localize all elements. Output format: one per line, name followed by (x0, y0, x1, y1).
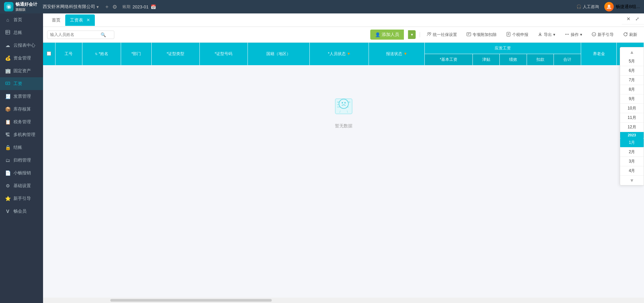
add-icon[interactable]: ＋ (104, 3, 110, 10)
search-box[interactable]: 🔍 (47, 31, 114, 39)
ops-icon (565, 32, 569, 38)
date-month-6[interactable]: 6月 (620, 66, 644, 76)
header-total: 合计 (554, 54, 581, 66)
select-all-checkbox[interactable] (47, 51, 51, 56)
sidebar-item-salary[interactable]: 工资 (0, 77, 43, 90)
header-pension: 养老金 (581, 43, 617, 65)
sidebar-item-invoice[interactable]: 🧾 发票管理 (0, 90, 43, 103)
date-month-4[interactable]: 4月 (620, 166, 644, 176)
company-selector[interactable]: 西安虾米网络科技有限公司 ▾ (43, 4, 99, 10)
filter-icon[interactable]: ▼ (347, 51, 351, 56)
svg-point-11 (429, 32, 431, 34)
calendar-icon[interactable]: 📅 (151, 4, 156, 9)
maximize-window-button[interactable]: ⤢ (633, 15, 641, 23)
special-deduction-btn[interactable]: 专项附加扣除 (464, 31, 499, 39)
app-edition: 旗舰版 (15, 7, 37, 12)
date-nav-up[interactable]: ▲ (629, 49, 635, 55)
scroll-thumb[interactable] (110, 299, 272, 302)
guide-help-icon: ? (592, 32, 596, 38)
sidebar-label-tax: 税务管理 (13, 119, 31, 125)
sidebar-item-guide[interactable]: ⭐ 新手引导 (0, 192, 43, 205)
date-panel-year: 2023 (620, 132, 644, 138)
top-bar-right: 🎧 人工咨询 畅捷通B组... (576, 2, 640, 11)
date-month-3[interactable]: 3月 (620, 157, 644, 166)
sidebar-item-cloud-report[interactable]: ☁ 云报表中心 (0, 39, 43, 52)
svg-text:?: ? (593, 33, 595, 36)
close-tab-icon[interactable]: ✕ (86, 17, 90, 23)
table-wrapper: 工号 ⇅ *姓名 *部门 *证型类型 *证型号码 国籍（地区） *人员状态 ▼ (43, 43, 644, 303)
empty-icon (330, 92, 357, 119)
date-month-2[interactable]: 2月 (620, 147, 644, 157)
table-container[interactable]: 工号 ⇅ *姓名 *部门 *证型类型 *证型号码 国籍（地区） *人员状态 ▼ (43, 43, 644, 298)
tab-bar: 首页 工资表 ✕ (43, 13, 644, 27)
date-month-11[interactable]: 11月 (620, 113, 644, 123)
sidebar-label-ledger: 总账 (13, 30, 22, 36)
tab-salary[interactable]: 工资表 ✕ (65, 14, 95, 26)
export-btn[interactable]: 导出 ▾ (535, 31, 558, 39)
sidebar-item-fixed-asset[interactable]: 🏢 固定资产 (0, 64, 43, 77)
add-dropdown-btn[interactable]: ▾ (408, 30, 416, 39)
close-window-button[interactable]: ✕ (624, 15, 633, 23)
settings-icon[interactable]: ⚙ (112, 4, 117, 10)
toolbar-separator (420, 32, 420, 37)
svg-point-20 (567, 34, 567, 34)
search-icon: 🔍 (101, 32, 106, 37)
close-period-icon: 🔒 (5, 145, 11, 150)
search-input[interactable] (50, 32, 101, 37)
add-btn-label: 添加人员 (382, 32, 399, 38)
company-name: 西安虾米网络科技有限公司 (43, 4, 95, 10)
date-month-10[interactable]: 10月 (620, 104, 644, 113)
asset-icon: 🏢 (5, 68, 11, 74)
date-nav-down[interactable]: ▼ (629, 177, 635, 184)
empty-state: 暂无数据 (43, 65, 644, 156)
sidebar-item-fund[interactable]: 💰 资金管理 (0, 52, 43, 64)
date-month-1[interactable]: 1月 (620, 138, 644, 147)
date-month-5[interactable]: 5月 (620, 57, 644, 66)
operations-btn[interactable]: 操作 ▾ (562, 31, 585, 39)
tab-home-label: 首页 (52, 17, 61, 23)
toolbar-actions: 👤 添加人员 ▾ 统一社保设置 (370, 30, 640, 40)
window-controls: ✕ ⤢ (622, 13, 644, 25)
refresh-btn[interactable]: 刷新 (620, 31, 640, 39)
sidebar-item-multi-org[interactable]: 🏗 多机构管理 (0, 128, 43, 141)
avatar (604, 2, 614, 11)
sidebar-item-settings[interactable]: ⚙ 基础设置 (0, 179, 43, 192)
user-info[interactable]: 畅捷通B组... (604, 2, 640, 11)
personal-tax-btn[interactable]: 个税申报 (503, 31, 531, 39)
sidebar-label-expense: 小畅报销 (13, 170, 31, 176)
sidebar-item-member[interactable]: V 畅会员 (0, 205, 43, 218)
date-panel-nav: ▲ (620, 47, 644, 57)
sidebar-item-close-period[interactable]: 🔒 结账 (0, 141, 43, 154)
logo-icon: 畅 (4, 2, 13, 11)
svg-rect-7 (6, 82, 10, 85)
sidebar-item-expense[interactable]: 📄 小畅报销 (0, 167, 43, 179)
sidebar-label-multi-org: 多机构管理 (13, 132, 35, 138)
sidebar-item-home[interactable]: ⌂ 首页 (0, 13, 43, 26)
sidebar-label-invoice: 发票管理 (13, 93, 31, 99)
period-value: 2023-01 (132, 4, 149, 9)
period-label: 账期 (122, 4, 130, 10)
date-month-9[interactable]: 9月 (620, 94, 644, 104)
tab-home[interactable]: 首页 (47, 14, 65, 26)
date-month-7[interactable]: 7月 (620, 76, 644, 85)
sidebar-item-archive[interactable]: 🗂 归档管理 (0, 154, 43, 167)
cloud-icon: ☁ (5, 43, 11, 48)
sidebar-item-inventory[interactable]: 📦 库存核算 (0, 103, 43, 116)
header-nationality: 国籍（地区） (248, 43, 310, 65)
service-button[interactable]: 🎧 人工咨询 (576, 4, 599, 10)
social-insurance-btn[interactable]: 统一社保设置 (424, 31, 460, 39)
header-person-status: *人员状态 ▼ (310, 43, 369, 65)
new-guide-btn[interactable]: ? 新手引导 (589, 31, 616, 39)
header-id-type: *证型类型 (151, 43, 199, 65)
report-filter-icon[interactable]: ▼ (403, 51, 407, 56)
header-checkbox[interactable] (43, 43, 55, 65)
add-person-button[interactable]: 👤 添加人员 (370, 30, 404, 40)
date-panel-nav-down: ▼ (620, 176, 644, 185)
sidebar-item-tax[interactable]: 📋 税务管理 (0, 116, 43, 128)
sidebar-item-ledger[interactable]: 总账 (0, 26, 43, 39)
invoice-icon: 🧾 (5, 94, 11, 99)
date-month-8[interactable]: 8月 (620, 85, 644, 94)
horizontal-scrollbar[interactable] (43, 298, 644, 303)
date-month-12[interactable]: 12月 (620, 123, 644, 132)
header-dept: *部门 (121, 43, 152, 65)
